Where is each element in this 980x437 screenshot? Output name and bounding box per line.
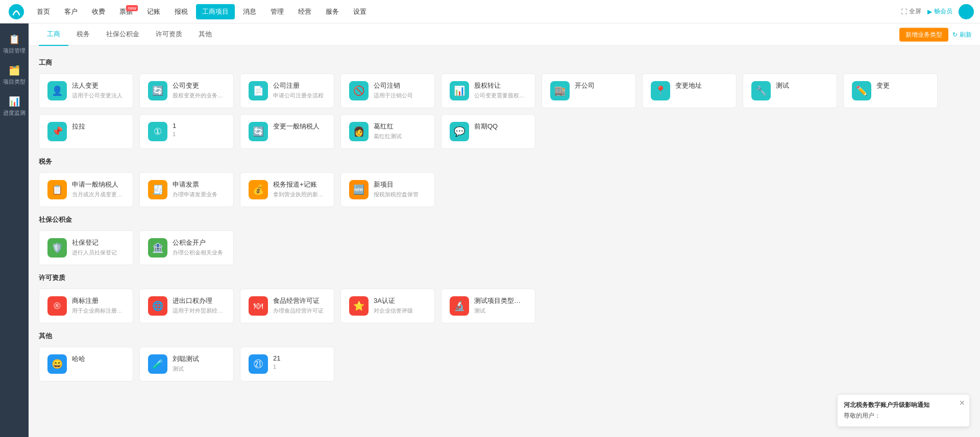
card-item[interactable]: 📄 公司注册 申请公司注册全流程 — [240, 73, 334, 108]
card-icon: 🧪 — [148, 354, 167, 374]
card-desc: 适用于对外贸易经营者 — [173, 307, 225, 315]
section-title-shebao: 社保公积金 — [39, 215, 970, 224]
add-type-button[interactable]: 新增业务类型 — [899, 28, 948, 41]
card-title: 测试项目类型目定义 — [474, 296, 527, 305]
app-logo[interactable] — [6, 3, 27, 21]
card-title: 变更 — [876, 81, 929, 90]
tab-other[interactable]: 其他 — [190, 23, 220, 46]
notification-close[interactable]: ✕ — [959, 399, 965, 407]
card-item[interactable]: 🔬 测试项目类型目定义 测试 — [441, 289, 535, 323]
nav-operate[interactable]: 经营 — [292, 4, 317, 19]
card-title: 刘聪测试 — [173, 354, 225, 364]
user-avatar[interactable] — [959, 4, 974, 19]
card-icon: 🛡️ — [47, 238, 67, 258]
card-item[interactable]: ⭐ 3A认证 对企业信誉评级 — [340, 289, 435, 323]
card-title: 税务报道+记账 — [273, 180, 326, 189]
card-icon: 🏬 — [550, 81, 570, 100]
card-desc: 对企业信誉评级 — [374, 307, 426, 315]
nav-service[interactable]: 服务 — [320, 4, 345, 19]
tab-xuke[interactable]: 许可资质 — [148, 23, 190, 46]
card-item[interactable]: ✏️ 变更 — [843, 73, 938, 108]
card-text: 测试 — [776, 81, 828, 92]
notification-popup: ✕ 河北税务数字账户升级影响通知 尊敬的用户： — [837, 394, 970, 427]
card-item[interactable]: 🔄 变更一般纳税人 — [240, 114, 334, 149]
card-item[interactable]: 📍 变更地址 — [642, 73, 737, 108]
shebao-cards: 🛡️ 社保登记 进行人员社保登记 🏦 公积金开户 办理公积金相关业务 — [39, 230, 970, 265]
card-desc: 办理申请发票业务 — [173, 191, 225, 198]
card-item[interactable]: 🌐 进出口权办理 适用于对外贸易经营者 — [139, 289, 234, 323]
tab-shuiwu[interactable]: 税务 — [68, 23, 98, 46]
card-item[interactable]: ㉑ 21 1 — [240, 347, 334, 381]
card-desc: 公司变更需要股权转让 — [474, 92, 527, 99]
fullscreen-button[interactable]: ⛶ 全屏 — [901, 7, 921, 16]
sidebar-item-progress[interactable]: 📊 进度监测 — [0, 91, 29, 122]
card-icon: 🏦 — [148, 238, 167, 258]
card-title: 申请一般纳税人 — [72, 180, 125, 189]
card-desc: 葛红红测试 — [374, 133, 426, 140]
sidebar-item-project-manage[interactable]: 📋 项目管理 — [0, 29, 29, 60]
section-title-shuiwu: 税务 — [39, 157, 970, 166]
section-title-gongshang: 工商 — [39, 58, 970, 67]
card-desc: 用于企业商标注册服务 — [72, 307, 125, 315]
refresh-button[interactable]: ↻ 刷新 — [952, 28, 972, 41]
tab-shebao[interactable]: 社保公积金 — [98, 23, 148, 46]
card-item[interactable]: ① 1 1 — [139, 114, 234, 149]
notification-title: 河北税务数字账户升级影响通知 — [844, 401, 963, 409]
card-item[interactable]: 🏦 公积金开户 办理公积金相关业务 — [139, 230, 234, 265]
card-item[interactable]: 📊 股权转让 公司变更需要股权转让 — [441, 73, 535, 108]
nav-items: 首页 客户 收费 票据 new 记账 报税 工商项目 消息 管理 经营 服务 设… — [31, 4, 901, 19]
card-item[interactable]: 😄 哈哈 — [39, 347, 133, 381]
member-button[interactable]: ▶ 畅会员 — [927, 7, 952, 16]
card-item[interactable]: 🍽 食品经营许可证 办理食品经营许可证 — [240, 289, 334, 323]
card-text: 测试项目类型目定义 测试 — [474, 296, 527, 315]
card-text: 变更地址 — [675, 81, 728, 92]
section-title-xuke: 许可资质 — [39, 273, 970, 282]
card-title: 测试 — [776, 81, 828, 90]
card-title: 公司变更 — [173, 81, 225, 90]
card-item[interactable]: 🧾 申请发票 办理申请发票业务 — [139, 172, 234, 207]
card-item[interactable]: 💰 税务报道+记账 拿到营业执照的新公司 — [240, 172, 334, 207]
card-item[interactable]: 💬 前期QQ — [441, 114, 535, 149]
card-title: 进出口权办理 — [173, 296, 225, 305]
card-text: 社保登记 进行人员社保登记 — [72, 238, 125, 256]
card-desc: 办理食品经营许可证 — [273, 307, 326, 315]
card-icon: 🔄 — [249, 122, 268, 141]
card-item[interactable]: 👤 法人变更 适用于公司变更法人 — [39, 73, 133, 108]
card-icon: ® — [47, 296, 67, 316]
card-item[interactable]: 🏬 开公司 — [542, 73, 636, 108]
card-text: 法人变更 适用于公司变更法人 — [72, 81, 125, 99]
card-desc: 1 — [173, 131, 225, 137]
card-item[interactable]: 👩 葛红红 葛红红测试 — [340, 114, 435, 149]
nav-invoice[interactable]: 票据 new — [113, 4, 139, 19]
tab-gongshang[interactable]: 工商 — [39, 23, 68, 46]
card-item[interactable]: 🔄 公司变更 股权变更外的业务变更 — [139, 73, 234, 108]
nav-tax[interactable]: 报税 — [168, 4, 194, 19]
card-icon: 🌐 — [148, 296, 167, 316]
card-icon: ⭐ — [349, 296, 369, 316]
sidebar-item-project-type[interactable]: 🗂️ 项目类型 — [0, 60, 29, 91]
card-text: 21 1 — [273, 354, 326, 370]
nav-settings[interactable]: 设置 — [347, 4, 373, 19]
card-item[interactable]: 📌 拉拉 — [39, 114, 133, 149]
card-title: 新项目 — [374, 180, 426, 189]
card-item[interactable]: 🛡️ 社保登记 进行人员社保登记 — [39, 230, 133, 265]
nav-manage[interactable]: 管理 — [264, 4, 290, 19]
card-item[interactable]: ® 商标注册 用于企业商标注册服务 — [39, 289, 133, 323]
card-item[interactable]: 🔧 测试 — [743, 73, 837, 108]
card-text: 葛红红 葛红红测试 — [374, 122, 426, 140]
nav-business[interactable]: 工商项目 — [196, 4, 235, 19]
card-item[interactable]: 🚫 公司注销 适用于注销公司 — [340, 73, 435, 108]
nav-payment[interactable]: 收费 — [86, 4, 111, 19]
nav-customer[interactable]: 客户 — [58, 4, 84, 19]
card-text: 哈哈 — [72, 354, 125, 365]
nav-message[interactable]: 消息 — [237, 4, 262, 19]
card-title: 公司注销 — [374, 81, 426, 90]
nav-accounting[interactable]: 记账 — [141, 4, 166, 19]
nav-home[interactable]: 首页 — [31, 4, 56, 19]
card-desc: 1 — [273, 364, 326, 370]
card-item[interactable]: 🧪 刘聪测试 测试 — [139, 347, 234, 381]
card-item[interactable]: 📋 申请一般纳税人 当月或次月成变更完成 — [39, 172, 133, 207]
xuke-cards: ® 商标注册 用于企业商标注册服务 🌐 进出口权办理 适用于对外贸易经营者 🍽 … — [39, 289, 970, 323]
card-item[interactable]: 🆕 新项目 报税加税控盘保管 — [340, 172, 435, 207]
card-icon: 🧾 — [148, 180, 167, 199]
